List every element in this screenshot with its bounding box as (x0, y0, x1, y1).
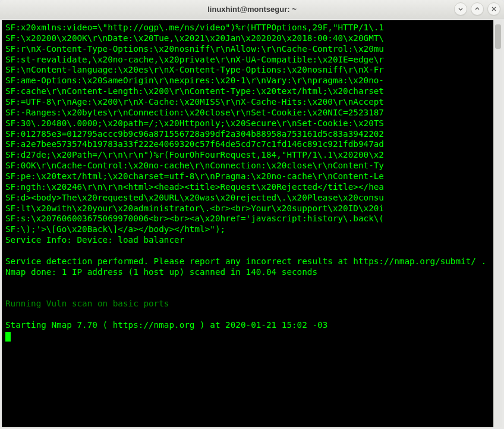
terminal-line: SF:0OK\r\nCache-Control:\x20no-cache\r\n… (5, 161, 384, 170)
terminal-line: SF:\nContent-language:\x20es\r\nX-Conten… (5, 65, 384, 74)
terminal-line: Service detection performed. Please repo… (5, 256, 486, 266)
terminal-line: SF:cache\r\nContent-Length:\x200\r\nCont… (5, 86, 384, 96)
terminal-window: linuxhint@montsegur: ~ SF:x20xmlns:video… (0, 0, 504, 429)
terminal-line: SF:s:\x207606003675069970006<br><br><a\x… (5, 214, 384, 223)
terminal-line: SF:d27de;\x20Path=/\r\n\r\n")%r(FourOhFo… (5, 150, 384, 159)
terminal-line: SF:pe:\x20text/html;\x20charset=utf-8\r\… (5, 171, 384, 181)
terminal-line: SF:a2e7bee573574b19783a33f222e4069320c57… (5, 139, 384, 149)
cursor (5, 332, 11, 342)
terminal-line: SF:-Ranges:\x20bytes\r\nConnection:\x20c… (5, 108, 384, 117)
terminal-line: Running Vuln scan on basic ports (5, 299, 169, 308)
terminal-line: SF:d><body>The\x20requested\x20URL\x20wa… (5, 193, 384, 202)
terminal-line: Nmap done: 1 IP address (1 host up) scan… (5, 267, 317, 277)
scroll-thumb[interactable] (495, 24, 501, 49)
window-controls (454, 2, 500, 15)
window-title: linuxhint@montsegur: ~ (0, 5, 504, 14)
terminal-line: SF:lt\x20with\x20your\x20administrator\.… (5, 203, 384, 213)
terminal-line: SF:r\nX-Content-Type-Options:\x20nosniff… (5, 44, 384, 54)
terminal-line: SF:ame-Options:\x20SameOrigin\r\nexpires… (5, 76, 384, 85)
terminal-line: SF:ngth:\x20246\r\n\r\n<html><head><titl… (5, 182, 384, 192)
maximize-button[interactable] (471, 2, 484, 15)
terminal-line: Service Info: Device: load balancer (5, 235, 184, 245)
terminal-line: SF:012785e3=012795accc9b9c96a871556728a9… (5, 129, 384, 139)
terminal-area-wrap: SF:x20xmlns:video=\"http://ogp\.me/ns/vi… (0, 18, 504, 429)
terminal-line: SF:st-revalidate,\x20no-cache,\x20privat… (5, 55, 384, 64)
terminal-line: Starting Nmap 7.70 ( https://nmap.org ) … (5, 320, 327, 330)
close-button[interactable] (487, 2, 500, 15)
minimize-button[interactable] (454, 2, 467, 15)
terminal-output[interactable]: SF:x20xmlns:video=\"http://ogp\.me/ns/vi… (2, 20, 493, 427)
terminal-line: SF:=UTF-8\r\nAge:\x200\r\nX-Cache:\x20MI… (5, 97, 384, 107)
scrollbar[interactable] (493, 20, 502, 427)
titlebar[interactable]: linuxhint@montsegur: ~ (0, 0, 504, 18)
terminal-line: SF:\x20200\x20OK\r\nDate:\x20Tue,\x2021\… (5, 33, 384, 43)
terminal-line: SF:\);'>\[Go\x20Back\]</a></body></html>… (5, 224, 225, 234)
terminal-line: SF:30\.20480\.0000;\x20path=/;\x20Httpon… (5, 118, 384, 128)
terminal-line: SF:x20xmlns:video=\"http://ogp\.me/ns/vi… (5, 23, 384, 32)
